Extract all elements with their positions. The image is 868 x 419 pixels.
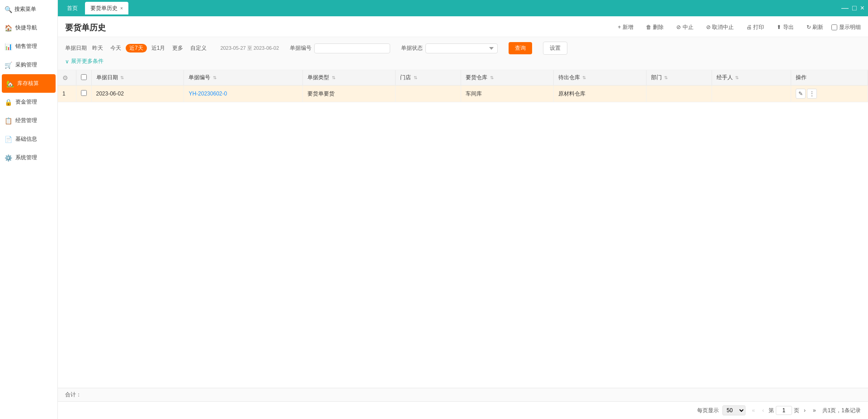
sidebar-item-operation[interactable]: 📋 经营管理 — [0, 111, 57, 130]
select-all-checkbox[interactable] — [81, 74, 87, 80]
sidebar-item-finance[interactable]: 🔒 资金管理 — [0, 93, 57, 111]
expand-more-icon: ∨ — [65, 58, 69, 65]
sidebar-item-label: 快捷导航 — [15, 24, 37, 32]
toolbar-cancel-stop-btn[interactable]: ⊘ 取消中止 — [702, 22, 738, 33]
total-info: 共1页，1条记录 — [822, 407, 861, 414]
row-store — [396, 86, 461, 102]
filter-group-daterange: 2023-05-27 至 2023-06-02 — [220, 45, 279, 52]
col-settings[interactable]: ⚙ — [58, 70, 76, 86]
status-select[interactable] — [425, 43, 498, 53]
row-more-btn[interactable]: ⋮ — [807, 89, 817, 99]
page-suffix-label: 页 — [794, 407, 799, 414]
footer-total-label: 合计： — [65, 391, 81, 398]
date-filter-label: 单据日期 — [65, 44, 87, 52]
col-req-warehouse[interactable]: 要货仓库 ⇅ — [461, 70, 554, 86]
col-doc-date[interactable]: 单据日期 ⇅ — [91, 70, 184, 86]
home-icon: 🏠 — [5, 24, 12, 32]
show-detail-label: 显示明细 — [839, 24, 861, 31]
col-doc-date-label: 单据日期 — [96, 74, 118, 81]
row-doc-date: 2023-06-02 — [91, 86, 184, 102]
page-next-btn[interactable]: › — [801, 406, 808, 414]
settings-btn[interactable]: 设置 — [543, 42, 567, 55]
doc-no-input[interactable] — [314, 43, 390, 53]
window-minimize-btn[interactable]: — — [841, 4, 849, 12]
column-settings-icon[interactable]: ⚙ — [62, 74, 68, 81]
row-checkbox[interactable] — [76, 86, 91, 102]
per-page-label: 每页显示 — [697, 407, 719, 414]
toolbar-refresh-btn[interactable]: ↻ 刷新 — [802, 22, 828, 33]
toolbar-new-btn[interactable]: + 新增 — [613, 22, 638, 33]
row-num: 1 — [58, 86, 76, 102]
purchase-icon: 🛒 — [5, 62, 12, 69]
row-select-checkbox[interactable] — [81, 90, 87, 96]
sidebar-item-quick-nav[interactable]: 🏠 快捷导航 — [0, 19, 57, 37]
expand-more-label: 展开更多条件 — [71, 57, 104, 65]
date-btn-7days[interactable]: 近7天 — [126, 44, 147, 52]
toolbar-delete-btn[interactable]: 🗑 删除 — [642, 22, 668, 33]
expand-more-btn[interactable]: ∨ 展开更多条件 — [65, 57, 861, 65]
page-title: 要货单历史 — [65, 22, 106, 33]
col-checkbox[interactable] — [76, 70, 91, 86]
col-store[interactable]: 门店 ⇅ — [396, 70, 461, 86]
page-last-btn[interactable]: » — [810, 406, 819, 414]
table-container: ⚙ 单据日期 ⇅ 单据编号 ⇅ — [58, 70, 868, 388]
col-handler-label: 经手人 — [717, 74, 733, 81]
sidebar: 🔍 搜索菜单 🏠 快捷导航 📊 销售管理 🛒 采购管理 🏡 库存核算 🔒 资金管… — [0, 0, 58, 419]
req-warehouse-sort-icon: ⇅ — [490, 75, 494, 80]
page-prev-btn[interactable]: ‹ — [760, 406, 767, 414]
col-pending-warehouse[interactable]: 待出仓库 ⇅ — [554, 70, 646, 86]
row-edit-btn[interactable]: ✎ — [796, 89, 806, 99]
show-detail-checkbox-label[interactable]: 显示明细 — [831, 24, 861, 31]
sidebar-search[interactable]: 🔍 搜索菜单 — [0, 0, 57, 19]
date-btn-yesterday[interactable]: 昨天 — [90, 44, 106, 52]
doc-no-label: 单据编号 — [290, 44, 311, 52]
query-btn[interactable]: 查询 — [509, 42, 532, 54]
per-page-select[interactable]: 10 20 50 100 — [722, 405, 745, 415]
tab-close-icon[interactable]: × — [120, 6, 123, 11]
toolbar: + 新增 🗑 删除 ⊘ 中止 ⊘ 取消中止 🖨 打印 ⬆ 导出 ↻ 刷新 显示明… — [613, 22, 861, 33]
row-handler — [712, 86, 791, 102]
sidebar-item-label: 经营管理 — [15, 117, 37, 124]
row-doc-no[interactable]: YH-20230602-0 — [184, 86, 303, 102]
page-first-btn[interactable]: « — [749, 406, 758, 414]
content-area: 要货单历史 + 新增 🗑 删除 ⊘ 中止 ⊘ 取消中止 🖨 打印 ⬆ 导出 ↻ … — [58, 16, 868, 419]
tab-home[interactable]: 首页 — [61, 2, 83, 14]
main-area: 首页 要货单历史 × — □ × 要货单历史 + 新增 🗑 删除 ⊘ 中止 ⊘ … — [58, 0, 868, 419]
toolbar-export-btn[interactable]: ⬆ 导出 — [772, 22, 798, 33]
row-doc-type: 要货单要货 — [303, 86, 396, 102]
sidebar-item-label: 采购管理 — [15, 61, 37, 69]
col-req-warehouse-label: 要货仓库 — [466, 74, 487, 81]
sidebar-item-inventory[interactable]: 🏡 库存核算 — [2, 74, 56, 93]
col-operation: 操作 — [791, 70, 868, 86]
status-label: 单据状态 — [401, 44, 423, 52]
page-header: 要货单历史 + 新增 🗑 删除 ⊘ 中止 ⊘ 取消中止 🖨 打印 ⬆ 导出 ↻ … — [58, 16, 868, 37]
sidebar-item-basic[interactable]: 📄 基础信息 — [0, 130, 57, 148]
filter-group-docno: 单据编号 — [290, 43, 390, 53]
toolbar-print-btn[interactable]: 🖨 打印 — [742, 22, 769, 33]
page-input[interactable] — [776, 406, 792, 415]
date-btn-1month[interactable]: 近1月 — [149, 44, 168, 52]
tab-current[interactable]: 要货单历史 × — [85, 2, 128, 14]
window-close-btn[interactable]: × — [860, 4, 864, 12]
show-detail-checkbox[interactable] — [831, 24, 837, 30]
date-btn-custom[interactable]: 自定义 — [188, 44, 209, 52]
toolbar-stop-btn[interactable]: ⊘ 中止 — [672, 22, 698, 33]
col-doc-type[interactable]: 单据类型 ⇅ — [303, 70, 396, 86]
date-shortcuts: 昨天 今天 近7天 近1月 更多 自定义 — [90, 44, 209, 52]
col-doc-no[interactable]: 单据编号 ⇅ — [184, 70, 303, 86]
date-btn-today[interactable]: 今天 — [108, 44, 124, 52]
window-maximize-btn[interactable]: □ — [852, 4, 857, 12]
filter-row: 单据日期 昨天 今天 近7天 近1月 更多 自定义 2023-05-27 至 2… — [65, 42, 861, 55]
date-btn-more[interactable]: 更多 — [170, 44, 186, 52]
row-dept — [646, 86, 712, 102]
col-dept[interactable]: 部门 ⇅ — [646, 70, 712, 86]
sidebar-item-purchase[interactable]: 🛒 采购管理 — [0, 56, 57, 74]
sidebar-item-label: 库存核算 — [17, 80, 39, 87]
doc-no-link[interactable]: YH-20230602-0 — [189, 90, 227, 97]
sidebar-item-label: 系统管理 — [15, 154, 37, 162]
col-store-label: 门店 — [400, 74, 411, 81]
sidebar-item-sales[interactable]: 📊 销售管理 — [0, 37, 57, 56]
col-handler[interactable]: 经手人 ⇅ — [712, 70, 791, 86]
doc-no-sort-icon: ⇅ — [213, 75, 217, 80]
sidebar-item-system[interactable]: ⚙️ 系统管理 — [0, 148, 57, 167]
